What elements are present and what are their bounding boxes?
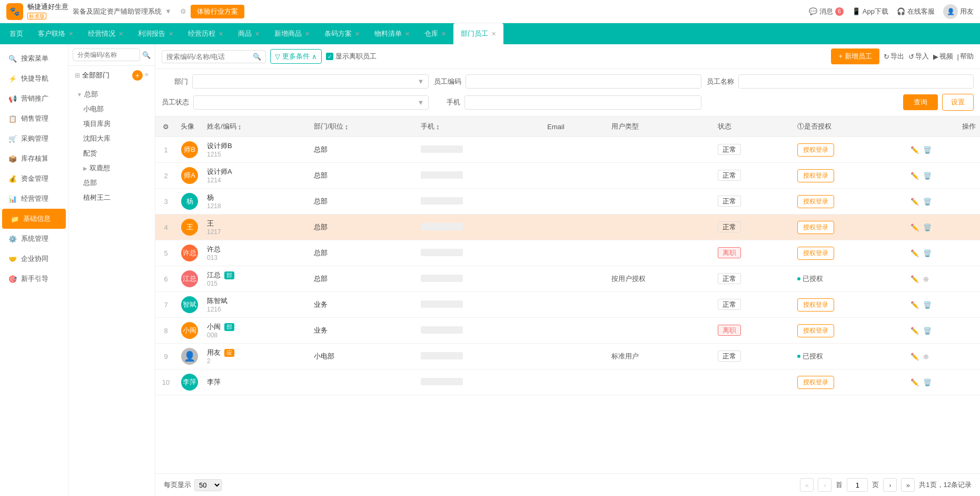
close-icon[interactable]: ✕ bbox=[169, 31, 173, 37]
th-name[interactable]: 姓名/编码 ↕ bbox=[203, 116, 310, 137]
auth-btn[interactable]: 授权登录 bbox=[797, 247, 834, 260]
delete-icon[interactable]: 🗑️ bbox=[923, 378, 932, 386]
tab-add-goods[interactable]: 新增商品 ✕ bbox=[267, 23, 317, 44]
close-icon[interactable]: ✕ bbox=[405, 31, 410, 37]
close-icon[interactable]: ✕ bbox=[219, 31, 223, 37]
help-btn[interactable]: | 帮助 bbox=[957, 52, 974, 61]
delete-icon[interactable]: 🗑️ bbox=[923, 146, 932, 154]
tab-customer[interactable]: 客户联络 ✕ bbox=[31, 23, 81, 44]
dept-select[interactable]: ▼ bbox=[192, 74, 429, 89]
edit-icon[interactable]: ✏️ bbox=[910, 223, 919, 231]
filter-btn[interactable]: ▽ 更多条件 ∧ bbox=[270, 49, 322, 64]
add-employee-btn[interactable]: + 新增员工 bbox=[831, 48, 879, 64]
export-btn[interactable]: ↻ 导出 bbox=[884, 52, 904, 61]
tab-bom[interactable]: 物料清单 ✕ bbox=[367, 23, 417, 44]
sidebar-item-search[interactable]: 🔍 搜索菜单 bbox=[0, 48, 68, 69]
gear-icon[interactable]: ⚙ bbox=[180, 7, 186, 15]
set-btn[interactable]: 设置 bbox=[942, 94, 974, 111]
dept-search-input[interactable] bbox=[73, 48, 140, 61]
user-btn[interactable]: 👤 用友 bbox=[943, 4, 974, 19]
close-icon[interactable]: ✕ bbox=[305, 31, 310, 37]
next-page-btn[interactable]: › bbox=[883, 478, 897, 492]
dept-node-shuangluxiang[interactable]: ▶ 双鹿想 bbox=[68, 161, 155, 176]
delete-icon[interactable]: 🗑️ bbox=[923, 172, 932, 180]
emp-code-input[interactable] bbox=[466, 74, 701, 89]
tab-operation[interactable]: 经营情况 ✕ bbox=[81, 23, 131, 44]
edit-icon[interactable]: ✏️ bbox=[910, 146, 919, 154]
edit-icon[interactable]: ✏️ bbox=[910, 172, 919, 180]
close-icon[interactable]: ✕ bbox=[255, 31, 260, 37]
first-page-btn[interactable]: « bbox=[800, 478, 814, 492]
auth-btn[interactable]: 授权登录 bbox=[797, 169, 834, 182]
sidebar-item-system[interactable]: ⚙️ 系统管理 bbox=[0, 229, 68, 249]
edit-icon[interactable]: ✏️ bbox=[910, 301, 919, 309]
delete-icon[interactable]: 🗑️ bbox=[923, 301, 932, 309]
th-settings[interactable]: ⚙ bbox=[155, 116, 176, 137]
tab-barcode[interactable]: 条码方案 ✕ bbox=[317, 23, 367, 44]
delete-icon[interactable]: 🗑️ bbox=[923, 198, 932, 206]
auth-btn[interactable]: 授权登录 bbox=[797, 143, 834, 157]
collapse-icon[interactable]: « bbox=[145, 70, 149, 81]
auth-btn[interactable]: 授权登录 bbox=[797, 221, 834, 234]
search-input[interactable] bbox=[166, 53, 251, 61]
close-icon[interactable]: ✕ bbox=[68, 31, 73, 37]
sidebar-item-basic[interactable]: 📁 基础信息 bbox=[2, 209, 66, 229]
phone-input[interactable] bbox=[464, 95, 701, 110]
sidebar-item-guide[interactable]: 🎯 新手引导 bbox=[0, 269, 68, 289]
delete-icon[interactable]: 🗑️ bbox=[923, 249, 932, 257]
tab-home[interactable]: 首页 bbox=[2, 23, 31, 44]
dept-node-zhishu[interactable]: 植树王二 bbox=[68, 190, 155, 205]
close-icon[interactable]: ✕ bbox=[118, 31, 123, 37]
tab-history[interactable]: 经营历程 ✕ bbox=[181, 23, 231, 44]
sidebar-item-management[interactable]: 📊 经营管理 bbox=[0, 189, 68, 209]
per-page-select[interactable]: 50 100 bbox=[194, 479, 222, 491]
sidebar-item-purchase[interactable]: 🛒 采购管理 bbox=[0, 129, 68, 149]
dept-node-small-elec[interactable]: 小电部 bbox=[68, 102, 155, 116]
view-btn[interactable]: ▶ 视频 bbox=[933, 52, 953, 61]
close-icon[interactable]: ✕ bbox=[441, 31, 446, 37]
online-service-btn[interactable]: 🎧 在线客服 bbox=[897, 7, 935, 16]
tab-warehouse[interactable]: 仓库 ✕ bbox=[417, 23, 453, 44]
edit-icon[interactable]: ✏️ bbox=[910, 275, 919, 283]
th-dept[interactable]: 部门/职位 ↕ bbox=[310, 116, 417, 137]
edit-icon[interactable]: ✏️ bbox=[910, 249, 919, 257]
dept-node-distribution[interactable]: 配货 bbox=[68, 146, 155, 161]
tab-department[interactable]: 部门员工 ✕ bbox=[453, 23, 503, 44]
edit-icon[interactable]: ✏️ bbox=[910, 378, 919, 386]
copy-icon[interactable]: ⊕ bbox=[923, 275, 929, 283]
app-download-btn[interactable]: 📱 App下载 bbox=[852, 7, 888, 16]
auth-btn[interactable]: 授权登录 bbox=[797, 376, 834, 389]
add-dept-btn[interactable]: + bbox=[132, 70, 143, 81]
sidebar-item-collab[interactable]: 🤝 企业协同 bbox=[0, 249, 68, 269]
sidebar-item-finance[interactable]: 💰 资金管理 bbox=[0, 169, 68, 189]
close-icon[interactable]: ✕ bbox=[491, 31, 496, 37]
tab-profit[interactable]: 利润报告 ✕ bbox=[131, 23, 181, 44]
dept-node-zongbu[interactable]: 总部 bbox=[68, 176, 155, 190]
dept-node-general[interactable]: ▼ 总部 bbox=[68, 87, 155, 102]
sidebar-item-marketing[interactable]: 📢 营销推广 bbox=[0, 89, 68, 109]
import-btn[interactable]: ↺ 导入 bbox=[908, 52, 929, 61]
last-page-btn[interactable]: » bbox=[901, 478, 915, 492]
status-select[interactable]: ▼ bbox=[193, 95, 429, 110]
emp-name-input[interactable] bbox=[738, 74, 974, 89]
dept-node-shenyang[interactable]: 沈阳大库 bbox=[68, 131, 155, 146]
sidebar-item-sales[interactable]: 📋 销售管理 bbox=[0, 109, 68, 129]
edit-icon[interactable]: ✏️ bbox=[910, 198, 919, 206]
copy-icon[interactable]: ⊕ bbox=[923, 353, 929, 361]
sidebar-item-shortcut[interactable]: ⚡ 快捷导航 bbox=[0, 69, 68, 89]
query-btn[interactable]: 查询 bbox=[903, 94, 938, 110]
trial-button[interactable]: 体验行业方案 bbox=[191, 5, 244, 18]
edit-icon[interactable]: ✏️ bbox=[910, 353, 919, 361]
message-btn[interactable]: 💬 消息 6 bbox=[809, 7, 844, 16]
show-resigned-toggle[interactable]: ✓ 显示离职员工 bbox=[326, 52, 377, 61]
auth-btn[interactable]: 授权登录 bbox=[797, 195, 834, 208]
th-phone[interactable]: 手机 ↕ bbox=[417, 116, 543, 137]
close-icon[interactable]: ✕ bbox=[355, 31, 360, 37]
tab-goods[interactable]: 商品 ✕ bbox=[231, 23, 267, 44]
delete-icon[interactable]: 🗑️ bbox=[923, 327, 932, 335]
edit-icon[interactable]: ✏️ bbox=[910, 327, 919, 335]
delete-icon[interactable]: 🗑️ bbox=[923, 223, 932, 231]
prev-page-btn[interactable]: ‹ bbox=[818, 478, 831, 492]
page-input[interactable] bbox=[847, 478, 868, 492]
auth-btn[interactable]: 授权登录 bbox=[797, 298, 834, 312]
